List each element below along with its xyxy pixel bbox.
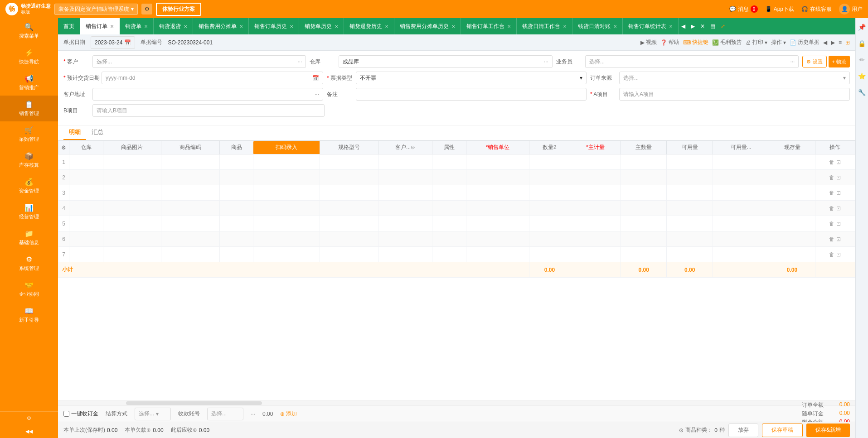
tab-daily-workbench[interactable]: 钱货日清工作台 ✕ [517, 18, 572, 34]
delete-row-3[interactable]: 🗑 [828, 189, 835, 197]
tab-close-sales-bill[interactable]: ✕ [144, 24, 148, 29]
message-button[interactable]: 💬 消息 9 [729, 5, 758, 13]
save-draft-button[interactable]: 保存草稿 [762, 424, 803, 437]
copy-row-3[interactable]: ⊡ [835, 189, 842, 197]
copy-row-6[interactable]: ⊡ [835, 235, 842, 243]
order-source-select[interactable]: 选择... ▾ [619, 72, 850, 84]
sidebar-item-purchase[interactable]: 🛒 采购管理 [0, 121, 58, 147]
sidebar-item-quicknav[interactable]: ⚡ 快捷导航 [0, 44, 58, 70]
remark-input[interactable] [356, 88, 587, 101]
sidebar-item-enterprise[interactable]: 🤝 企业协同 [0, 276, 58, 302]
tabs-close-button[interactable]: ✕ [698, 18, 708, 34]
tab-sales-return[interactable]: 销货退货 ✕ [154, 18, 193, 34]
tab-close-sales-workbench[interactable]: ✕ [507, 24, 511, 29]
tabs-menu-button[interactable]: ▤ [708, 18, 718, 34]
qp-edit-icon[interactable]: ✏ [857, 54, 868, 65]
salesperson-more-btn[interactable]: ··· [790, 58, 795, 65]
qp-lock-icon[interactable]: 🔒 [857, 38, 868, 49]
qp-tool-icon[interactable]: 🔧 [857, 87, 868, 98]
customer-input[interactable]: 选择... ··· [92, 55, 306, 68]
sidebar-item-search[interactable]: 🔍 搜索菜单 [0, 18, 58, 44]
b-project-input[interactable]: 请输入B项目 [92, 104, 325, 117]
tab-close-daily-workbench[interactable]: ✕ [563, 24, 567, 29]
qp-star-icon[interactable]: ⭐ [857, 71, 868, 82]
view-button[interactable]: ▶ 视频 [640, 39, 657, 46]
list-view-button[interactable]: ≡ [839, 39, 842, 46]
delete-row-6[interactable]: 🗑 [828, 235, 835, 243]
prev-record-button[interactable]: ◀ [823, 39, 827, 46]
tab-close-sales-expense[interactable]: ✕ [239, 24, 243, 29]
history-button[interactable]: 📄 历史单据 [790, 39, 820, 46]
next-record-button[interactable]: ▶ [831, 39, 835, 46]
tab-expense-history[interactable]: 销售费用分摊单历史 ✕ [394, 18, 461, 34]
tab-close-sales-stat[interactable]: ✕ [669, 24, 673, 29]
a-project-input[interactable]: 请输入A项目 [619, 88, 850, 101]
copy-row-7[interactable]: ⊡ [835, 250, 842, 259]
settings-icon[interactable]: ⚙ [141, 4, 152, 14]
profit-button[interactable]: 💹 毛利预告 [712, 39, 742, 46]
tab-return-history[interactable]: 销货退货历史 ✕ [344, 18, 394, 34]
tab-sales-bill[interactable]: 销货单 ✕ [120, 18, 154, 34]
warehouse-more-btn[interactable]: ··· [544, 58, 548, 65]
sidebar-item-basic-info[interactable]: 📁 基础信息 [0, 225, 58, 250]
tab-close-sales-history[interactable]: ✕ [290, 24, 293, 29]
delete-row-2[interactable]: 🗑 [828, 173, 835, 182]
sidebar-settings-button[interactable]: ⚙ [0, 412, 58, 425]
sidebar-item-system[interactable]: ⚙ 系统管理 [0, 250, 58, 276]
tab-sales-expense[interactable]: 销售费用分摊单 ✕ [193, 18, 249, 34]
add-account-button[interactable]: ⊕ 添加 [280, 410, 297, 418]
scroll-track[interactable] [126, 401, 262, 405]
save-new-button[interactable]: 保存&新增 [806, 424, 850, 437]
tab-sales-stat[interactable]: 销售订单统计表 ✕ [623, 18, 679, 34]
qp-pin-icon[interactable]: 📌 [857, 22, 868, 33]
help-button[interactable]: ❓ 帮助 [660, 39, 679, 46]
tab-daily-reconcile[interactable]: 钱货日清对账 ✕ [572, 18, 623, 34]
col-scan[interactable]: 扫码录入 [253, 141, 320, 154]
copy-row-5[interactable]: ⊡ [835, 220, 842, 228]
app-download-button[interactable]: 📱 App下载 [765, 5, 794, 13]
tab-close-expense-history[interactable]: ✕ [451, 24, 455, 29]
tabs-fullscreen-button[interactable]: ⤢ [718, 18, 728, 34]
operation-button[interactable]: 操作 ▾ [771, 39, 786, 46]
tab-sales-history[interactable]: 销售订单历史 ✕ [249, 18, 299, 34]
delete-row-5[interactable]: 🗑 [828, 220, 835, 228]
payment-select[interactable]: 选择... ▾ [135, 408, 171, 420]
tabs-prev-button[interactable]: ◀ [679, 18, 688, 34]
online-support-button[interactable]: 🎧 在线客服 [801, 5, 832, 13]
salesperson-input[interactable]: 选择... ··· [585, 55, 799, 68]
tabs-next-button[interactable]: ▶ [688, 18, 698, 34]
user-button[interactable]: 👤 用户 [839, 4, 863, 14]
delete-row-1[interactable]: 🗑 [828, 158, 835, 166]
shortcut-button[interactable]: ⌨ 快捷键 [683, 39, 708, 46]
copy-row-4[interactable]: ⊡ [835, 204, 842, 212]
address-more-btn[interactable]: ··· [315, 91, 319, 97]
add-logistics-button[interactable]: + 物流 [829, 56, 850, 67]
tab-close-bill-history[interactable]: ✕ [335, 24, 338, 29]
delete-row-7[interactable]: 🗑 [828, 250, 835, 259]
system-name[interactable]: 装备及固定资产辅助管理系统 ▾ [54, 4, 138, 15]
tab-close-sales-order[interactable]: ✕ [110, 24, 114, 29]
delivery-date-input[interactable]: yyyy-mm-dd 📅 [102, 72, 323, 84]
tab-sales-order[interactable]: 销售订单 ✕ [80, 18, 120, 34]
form-view-button[interactable]: ⊞ [845, 39, 850, 46]
sidebar-item-sales[interactable]: 📋 销售管理 [0, 96, 58, 121]
abandon-button[interactable]: 放弃 [728, 424, 758, 437]
tab-close-daily-reconcile[interactable]: ✕ [613, 24, 617, 29]
copy-row-1[interactable]: ⊡ [835, 158, 842, 166]
settings-button[interactable]: ⚙ 设置 [802, 56, 826, 67]
horizontal-scrollbar[interactable] [58, 400, 855, 405]
solution-button[interactable]: 体验行业方案 [156, 3, 201, 16]
tab-close-return-history[interactable]: ✕ [385, 24, 388, 29]
invoice-type-select[interactable]: 不开票 ▾ [356, 72, 587, 84]
account-select[interactable]: 选择... [207, 408, 243, 420]
sidebar-item-guide[interactable]: 📖 新手引导 [0, 302, 58, 328]
customer-more-btn[interactable]: ··· [297, 58, 302, 65]
warehouse-input[interactable]: 成品库 ··· [339, 55, 552, 68]
one-click-checkbox[interactable] [63, 411, 69, 417]
copy-row-2[interactable]: ⊡ [835, 173, 842, 182]
col-settings[interactable]: ⚙ [58, 141, 69, 154]
tab-close-sales-return[interactable]: ✕ [184, 24, 187, 29]
tab-summary[interactable]: 汇总 [86, 125, 109, 140]
delete-row-4[interactable]: 🗑 [828, 204, 835, 212]
tab-sales-workbench[interactable]: 销售订单工作台 ✕ [461, 18, 517, 34]
